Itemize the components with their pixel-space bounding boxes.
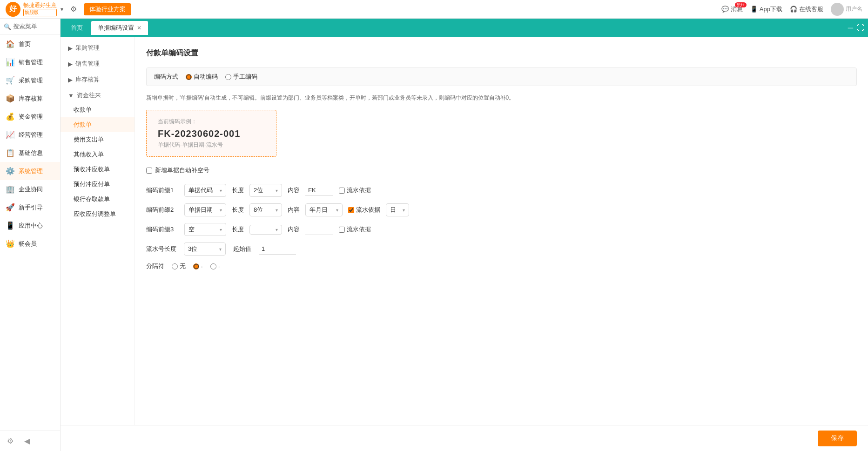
solution-button[interactable]: 体验行业方案 — [84, 3, 131, 15]
length-2-select[interactable]: 8位 ▾ — [249, 203, 282, 216]
tab-maximize-icon[interactable]: ⛶ — [857, 24, 864, 32]
prefix-3-select[interactable]: 空 ▾ — [184, 223, 226, 236]
sidebar-item-system[interactable]: ⚙️ 系统管理 — [0, 162, 60, 180]
stream-2-checkbox[interactable]: 流水依据 — [348, 206, 380, 214]
sidebar-item-operation[interactable]: 📈 经营管理 — [0, 126, 60, 144]
tab-encoding-settings[interactable]: 单据编码设置 ✕ — [91, 21, 148, 35]
top-bar-controls: ▾ ⚙ 体验行业方案 — [61, 3, 131, 16]
prefix-3-value: 空 — [188, 225, 195, 234]
content-area: 首页 单据编码设置 ✕ ─ ⛶ ▶ 采购管理 — [61, 19, 868, 451]
save-button[interactable]: 保存 — [818, 431, 857, 446]
sidebar-item-guide[interactable]: 🚀 新手引导 — [0, 198, 60, 216]
sub-nav-item-pre-payment[interactable]: 预付冲应付单 — [61, 177, 135, 192]
auto-code-label: 自动编码 — [194, 73, 218, 81]
length-1-select[interactable]: 2位 ▾ — [249, 184, 282, 197]
sep-dot2-input[interactable] — [210, 263, 216, 269]
member-icon: 👑 — [6, 239, 15, 248]
app-download[interactable]: 📱 App下载 — [750, 5, 782, 13]
length-3-select[interactable]: ▾ — [249, 225, 282, 235]
stream-3-label: 流水依据 — [347, 225, 371, 234]
sub-nav-item-payment[interactable]: 付款单 — [61, 117, 135, 132]
sidebar-item-label-enterprise: 企业协同 — [19, 185, 43, 194]
start-value-input[interactable] — [259, 243, 296, 255]
stream-3-checkbox[interactable]: 流水依据 — [339, 225, 371, 234]
sep-none-input[interactable] — [172, 263, 178, 269]
prefix-3-chevron-icon: ▾ — [220, 227, 222, 232]
stream-1-checkbox[interactable]: 流水依据 — [339, 186, 371, 195]
sub-nav-header-purchase[interactable]: ▶ 采购管理 — [61, 41, 135, 55]
tab-minimize-icon[interactable]: ─ — [848, 24, 853, 32]
tab-home[interactable]: 首页 — [64, 21, 89, 35]
stream-1-input[interactable] — [339, 188, 345, 194]
sep-dot-input[interactable] — [193, 263, 199, 269]
sub-nav-item-bank[interactable]: 银行存取款单 — [61, 192, 135, 207]
settings-icon[interactable]: ⚙ — [67, 3, 80, 16]
nav-dropdown-arrow: ▾ — [61, 6, 63, 13]
nav-dropdown[interactable]: ▾ — [61, 6, 63, 13]
prefix-1-select[interactable]: 单据代码 ▾ — [184, 184, 226, 197]
enterprise-icon: 🏢 — [6, 185, 15, 194]
sidebar-item-member[interactable]: 👑 畅会员 — [0, 235, 60, 253]
sub-nav-item-pre-receipt[interactable]: 预收冲应收单 — [61, 162, 135, 177]
content-2-value: 年月日 — [310, 206, 328, 214]
manual-code-label: 手工编码 — [233, 73, 257, 81]
sidebar-item-inventory[interactable]: 📦 库存核算 — [0, 89, 60, 108]
sidebar-item-purchase[interactable]: 🛒 采购管理 — [0, 71, 60, 89]
content-2-select[interactable]: 年月日 ▾ — [305, 203, 343, 216]
tab-close-icon[interactable]: ✕ — [137, 25, 141, 31]
sidebar-collapse-btn[interactable]: ◀ — [20, 434, 34, 447]
sub-nav-item-receipt[interactable]: 收款单 — [61, 102, 135, 117]
system-icon: ⚙️ — [6, 167, 15, 175]
stream-2-input[interactable] — [348, 207, 354, 213]
sidebar-settings-btn[interactable]: ⚙ — [4, 434, 17, 447]
search-menu[interactable]: 🔍 搜索菜单 — [0, 19, 60, 35]
content-3-input[interactable] — [305, 224, 333, 235]
sidebar-item-finance[interactable]: 💰 资金管理 — [0, 108, 60, 126]
message-icon: 💬 — [721, 6, 729, 13]
purchase-icon: 🛒 — [6, 76, 15, 85]
sidebar-nav: 🏠 首页 📊 销售管理 🛒 采购管理 📦 库存核算 💰 资金管理 📈 经 — [0, 35, 60, 430]
sub-nav-item-adjustment[interactable]: 应收应付调整单 — [61, 207, 135, 222]
sidebar-item-enterprise[interactable]: 🏢 企业协同 — [0, 180, 60, 198]
sub-nav-item-other-income[interactable]: 其他收入单 — [61, 147, 135, 162]
tab-bar: 首页 单据编码设置 ✕ ─ ⛶ — [61, 19, 868, 37]
prefix-2-select[interactable]: 单据日期 ▾ — [184, 203, 226, 216]
stream-2-unit-select[interactable]: 日 ▾ — [386, 203, 409, 216]
auto-code-input[interactable] — [186, 74, 192, 80]
home-icon: 🏠 — [6, 40, 15, 48]
sub-nav-header-fund[interactable]: ▼ 资金往来 — [61, 88, 135, 102]
sep-none-radio[interactable]: 无 — [172, 262, 186, 270]
manual-code-input[interactable] — [225, 74, 231, 80]
sub-nav: ▶ 采购管理 ▶ 销售管理 ▶ 库存核算 — [61, 37, 135, 425]
stream-3-input[interactable] — [339, 227, 345, 233]
sidebar-item-home[interactable]: 🏠 首页 — [0, 35, 60, 53]
auto-fill-row: 新增单据自动补空号 — [146, 166, 857, 175]
sub-nav-header-inventory[interactable]: ▶ 库存核算 — [61, 73, 135, 87]
sidebar-item-sales[interactable]: 📊 销售管理 — [0, 53, 60, 71]
sub-nav-inventory-label: 库存核算 — [75, 75, 100, 84]
auto-fill-label: 新增单据自动补空号 — [155, 166, 209, 175]
user-area[interactable]: 用户名 — [831, 3, 862, 16]
sidebar: 🔍 搜索菜单 🏠 首页 📊 销售管理 🛒 采购管理 📦 库存核算 💰 — [0, 19, 61, 451]
service-label: 在线客服 — [799, 5, 823, 13]
sub-nav-fund-label: 资金往来 — [77, 91, 101, 100]
encoding-method-label: 编码方式 — [154, 73, 178, 81]
online-service[interactable]: 🎧 在线客服 — [790, 5, 823, 13]
auto-code-radio[interactable]: 自动编码 — [186, 73, 218, 81]
sub-nav-item-expense[interactable]: 费用支出单 — [61, 132, 135, 147]
chevron-down-fund-icon: ▼ — [68, 92, 74, 99]
serial-length-select[interactable]: 3位 ▾ — [184, 242, 226, 256]
sep-dot-radio[interactable]: · — [193, 263, 203, 270]
sep-dot-label: · — [201, 263, 203, 270]
content-1-input[interactable] — [305, 185, 333, 196]
manual-code-radio[interactable]: 手工编码 — [225, 73, 257, 81]
sep-dot2-radio[interactable]: · — [210, 263, 220, 270]
auto-fill-checkbox[interactable] — [146, 168, 152, 174]
sub-nav-header-sales[interactable]: ▶ 销售管理 — [61, 57, 135, 71]
sidebar-item-basics[interactable]: 📋 基础信息 — [0, 144, 60, 162]
length-1-value: 2位 — [254, 186, 263, 195]
stream-1-label: 流水依据 — [347, 186, 371, 195]
message-area[interactable]: 💬 消息 99+ — [721, 5, 743, 13]
sidebar-item-apps[interactable]: 📱 应用中心 — [0, 216, 60, 235]
sidebar-item-label-sales: 销售管理 — [19, 58, 43, 67]
